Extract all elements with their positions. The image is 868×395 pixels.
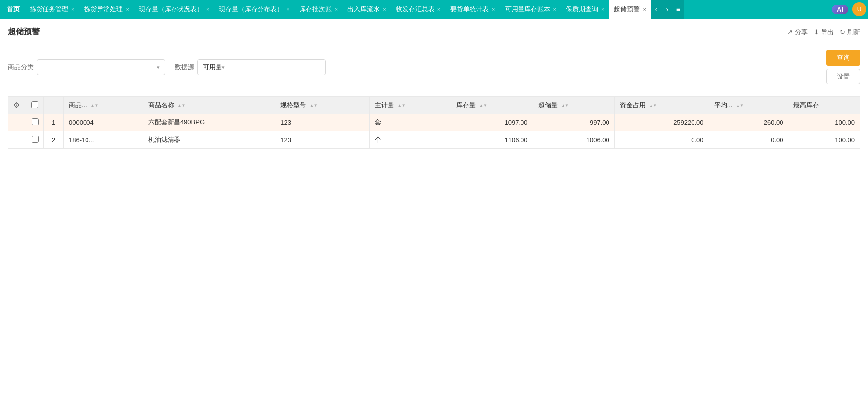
- td-stock-1: 1106.00: [451, 131, 533, 149]
- close-tab-10[interactable]: ×: [601, 6, 604, 12]
- row-checkbox-0[interactable]: [32, 118, 39, 125]
- td-overstock-0: 997.00: [533, 114, 614, 131]
- filter-row: 商品分类 ▾ 数据源 可用量 ▾ 查询 设置: [8, 45, 860, 89]
- header-actions: ↗ 分享 ⬇ 导出 ↻ 刷新: [787, 28, 860, 37]
- td-checkbox-0[interactable]: [26, 114, 44, 131]
- nav-tab-10[interactable]: 保质期查询 ×: [561, 0, 609, 19]
- ai-badge[interactable]: Ai: [832, 5, 848, 14]
- refresh-icon: ↻: [840, 28, 845, 36]
- nav-tab-6[interactable]: 出入库流水 ×: [343, 0, 391, 19]
- nav-tab-5[interactable]: 库存批次账 ×: [295, 0, 343, 19]
- sort-icon-product-name: ▲▼: [178, 104, 186, 108]
- sort-icon-avg: ▲▼: [736, 104, 744, 108]
- th-checkbox[interactable]: [26, 97, 44, 114]
- page-header: 超储预警 ↗ 分享 ⬇ 导出 ↻ 刷新: [8, 27, 860, 37]
- nav-tab-2[interactable]: 拣货异常处理 ×: [79, 0, 133, 19]
- td-product-code-1: 186-10...: [64, 131, 143, 149]
- nav-tab-1[interactable]: 拣货任务管理 ×: [25, 0, 79, 19]
- close-tab-3[interactable]: ×: [206, 6, 209, 12]
- close-tab-2[interactable]: ×: [126, 6, 129, 12]
- close-tab-8[interactable]: ×: [492, 6, 495, 12]
- nav-prev-button[interactable]: ‹: [651, 0, 662, 19]
- column-settings-icon[interactable]: ⚙: [13, 101, 20, 109]
- table-header-row: ⚙ 商品... ▲▼ 商品名称 ▲▼ 规格型号 ▲▼: [8, 97, 860, 114]
- page-content: 超储预警 ↗ 分享 ⬇ 导出 ↻ 刷新 商品分类 ▾: [0, 19, 868, 395]
- share-button[interactable]: ↗ 分享: [787, 28, 808, 37]
- nav-more-button[interactable]: ≡: [673, 0, 684, 19]
- th-overstock[interactable]: 超储量 ▲▼: [533, 97, 614, 114]
- th-product-name[interactable]: 商品名称 ▲▼: [143, 97, 275, 114]
- share-icon: ↗: [787, 28, 793, 36]
- data-table: ⚙ 商品... ▲▼ 商品名称 ▲▼ 规格型号 ▲▼: [8, 96, 860, 149]
- td-product-code-0: 0000004: [64, 114, 143, 131]
- settings-button[interactable]: 设置: [826, 69, 860, 84]
- td-max-stock-1: 100.00: [788, 131, 860, 149]
- nav-tab-11[interactable]: 超储预警 ×: [609, 0, 651, 19]
- export-button[interactable]: ⬇ 导出: [814, 28, 834, 37]
- category-filter-item: 商品分类 ▾: [8, 59, 165, 75]
- th-settings[interactable]: ⚙: [8, 97, 26, 114]
- datasource-select[interactable]: 可用量 ▾: [197, 59, 326, 75]
- user-avatar[interactable]: U: [852, 2, 866, 16]
- td-spec-1: 123: [275, 131, 370, 149]
- close-tab-6[interactable]: ×: [383, 6, 386, 12]
- table-row: 2 186-10... 机油滤清器 123 个 1106.00 1006.00 …: [8, 131, 860, 149]
- category-filter-label: 商品分类: [8, 63, 34, 72]
- export-icon: ⬇: [814, 28, 819, 36]
- nav-tab-4[interactable]: 现存量（库存分布表） ×: [214, 0, 294, 19]
- td-avg-1: 0.00: [709, 131, 788, 149]
- td-unit-0: 套: [370, 114, 451, 131]
- td-settings-0: [8, 114, 26, 131]
- datasource-chevron-down-icon: ▾: [222, 64, 225, 71]
- th-product-code[interactable]: 商品... ▲▼: [64, 97, 143, 114]
- th-unit[interactable]: 主计量 ▲▼: [370, 97, 451, 114]
- th-stock[interactable]: 库存量 ▲▼: [451, 97, 533, 114]
- top-nav: 首页 拣货任务管理 × 拣货异常处理 × 现存量（库存状况表） × 现存量（库存…: [0, 0, 868, 19]
- td-product-name-1: 机油滤清器: [143, 131, 275, 149]
- sort-icon-capital: ▲▼: [649, 104, 657, 108]
- td-avg-0: 260.00: [709, 114, 788, 131]
- category-chevron-down-icon: ▾: [157, 64, 160, 71]
- page-title: 超储预警: [8, 27, 40, 37]
- datasource-filter-label: 数据源: [175, 63, 194, 72]
- close-tab-5[interactable]: ×: [335, 6, 338, 12]
- th-capital[interactable]: 资金占用 ▲▼: [614, 97, 709, 114]
- td-unit-1: 个: [370, 131, 451, 149]
- query-button[interactable]: 查询: [826, 50, 860, 66]
- nav-tab-7[interactable]: 收发存汇总表 ×: [391, 0, 445, 19]
- close-tab-4[interactable]: ×: [286, 6, 289, 12]
- nav-tab-8[interactable]: 要货单统计表 ×: [445, 0, 500, 19]
- nav-tab-9[interactable]: 可用量库存账本 ×: [500, 0, 561, 19]
- td-rownum-1: 2: [44, 131, 64, 149]
- table-body: 1 0000004 六配套新昌490BPG 123 套 1097.00 997.…: [8, 114, 860, 149]
- datasource-filter-item: 数据源 可用量 ▾: [175, 59, 326, 75]
- close-tab-9[interactable]: ×: [553, 6, 556, 12]
- category-select[interactable]: ▾: [37, 59, 165, 75]
- td-capital-1: 0.00: [614, 131, 709, 149]
- close-tab-11[interactable]: ×: [643, 6, 646, 12]
- row-checkbox-1[interactable]: [32, 136, 39, 143]
- nav-tab-3[interactable]: 现存量（库存状况表） ×: [134, 0, 214, 19]
- sort-icon-overstock: ▲▼: [561, 104, 569, 108]
- th-max-stock[interactable]: 最高库存: [788, 97, 860, 114]
- close-tab-1[interactable]: ×: [71, 6, 74, 12]
- td-max-stock-0: 100.00: [788, 114, 860, 131]
- table-row: 1 0000004 六配套新昌490BPG 123 套 1097.00 997.…: [8, 114, 860, 131]
- th-spec[interactable]: 规格型号 ▲▼: [275, 97, 370, 114]
- nav-next-button[interactable]: ›: [662, 0, 673, 19]
- td-product-name-0: 六配套新昌490BPG: [143, 114, 275, 131]
- nav-home[interactable]: 首页: [2, 0, 25, 19]
- close-tab-7[interactable]: ×: [437, 6, 440, 12]
- refresh-button[interactable]: ↻ 刷新: [840, 28, 860, 37]
- sort-icon-product-code: ▲▼: [90, 104, 98, 108]
- td-rownum-0: 1: [44, 114, 64, 131]
- td-checkbox-1[interactable]: [26, 131, 44, 149]
- td-settings-1: [8, 131, 26, 149]
- th-avg[interactable]: 平均... ▲▼: [709, 97, 788, 114]
- th-rownum: [44, 97, 64, 114]
- select-all-checkbox[interactable]: [31, 101, 38, 108]
- action-buttons: 查询 设置: [826, 50, 860, 84]
- datasource-value: 可用量: [203, 63, 222, 72]
- sort-icon-spec: ▲▼: [310, 104, 318, 108]
- sort-icon-stock: ▲▼: [479, 104, 487, 108]
